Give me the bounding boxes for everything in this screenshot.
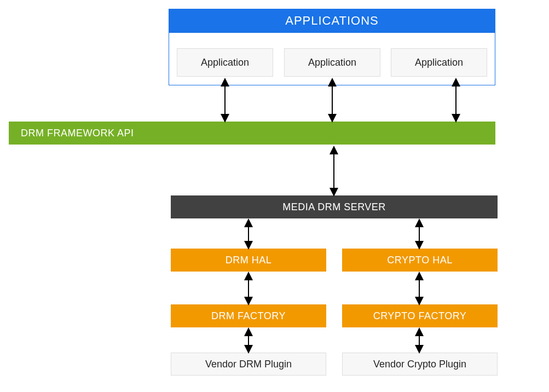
vendor-crypto-plugin-box: Vendor Crypto Plugin — [342, 353, 498, 376]
drm-framework-api-bar: DRM FRAMEWORK API — [9, 122, 495, 145]
application-box-2: Application — [284, 48, 380, 77]
application-box-1: Application — [177, 48, 273, 77]
media-drm-server-box: MEDIA DRM SERVER — [171, 195, 498, 218]
crypto-hal-box: CRYPTO HAL — [342, 249, 498, 272]
applications-header: APPLICATIONS — [169, 9, 495, 33]
drm-factory-box: DRM FACTORY — [171, 304, 326, 327]
drm-hal-box: DRM HAL — [171, 249, 326, 272]
vendor-drm-plugin-box: Vendor DRM Plugin — [171, 353, 326, 376]
application-box-3: Application — [391, 48, 487, 77]
crypto-factory-box: CRYPTO FACTORY — [342, 304, 498, 327]
